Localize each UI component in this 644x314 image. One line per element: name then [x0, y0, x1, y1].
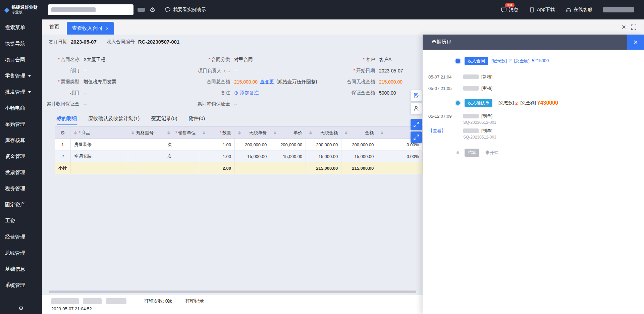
history-timeline: 收入合同 [记录数] 2 [总金额] ¥215000 05-07 21:04 […	[423, 50, 644, 314]
contract-number-value: RC-20230507-001	[138, 39, 179, 45]
sort-icon[interactable]	[309, 131, 312, 135]
income-contract-badge[interactable]: 收入合同	[465, 57, 488, 65]
sidebar-settings-gear-icon[interactable]: ⚙	[0, 305, 42, 312]
history-node-income-confirm: 收入确认单 [总笔数] 2 [总金额] ¥430000	[465, 99, 558, 107]
document-number: SQ-20230512-001	[463, 120, 496, 125]
sidebar-item-base-info[interactable]: 基础信息	[0, 261, 42, 277]
sidebar-item-label: 固定资产	[5, 202, 25, 208]
global-search-input[interactable]	[48, 4, 133, 15]
messages-button[interactable]: 99+ 消息	[501, 7, 518, 13]
expand-button[interactable]	[411, 132, 422, 143]
sidebar-item-project-contract[interactable]: 项目合同	[0, 52, 42, 68]
view-changes-link[interactable]: 查变更	[260, 79, 274, 85]
logo-title: 畅捷通好业财	[11, 5, 38, 10]
demo-link[interactable]: 我要看实例演示	[165, 7, 206, 13]
app-logo[interactable]: ◆ 畅捷通好业财 专业版	[0, 0, 42, 19]
sidebar-item-ecommerce[interactable]: 小畅电商	[0, 100, 42, 116]
unit-cell: 次	[164, 139, 199, 150]
fullscreen-icon[interactable]	[631, 24, 637, 30]
tab-receivable-plan[interactable]: 应收确认及收款计划(1)	[88, 115, 140, 125]
confirm-count-value[interactable]: 2	[515, 101, 518, 106]
sidebar-item-retail[interactable]: 零售管理	[0, 68, 42, 84]
redacted-button[interactable]	[106, 298, 126, 304]
view-link[interactable]: 【查看】	[428, 128, 457, 134]
document-history-panel: 单据历程 × 收入合同 [记录数] 2 [总金额] ¥215000 05-07 …	[423, 35, 644, 314]
sidebar-item-payroll[interactable]: 工资	[0, 213, 42, 229]
price-notax-cell: 15,000.00	[235, 151, 270, 162]
sort-icon[interactable]	[238, 131, 241, 135]
sidebar-item-fixed-assets[interactable]: 固定资产	[0, 197, 42, 213]
unit-cell: 次	[164, 151, 199, 162]
document-number: SQ-20230512-003	[463, 135, 496, 140]
sort-icon[interactable]	[74, 131, 77, 135]
person-icon	[413, 105, 419, 111]
confirm-amount-value[interactable]: ¥430000	[537, 100, 558, 106]
headset-icon	[566, 7, 572, 13]
tab-attachments[interactable]: 附件(0)	[189, 115, 205, 125]
tab-home[interactable]: 首页	[42, 19, 67, 35]
add-note-link[interactable]: ⊕添加备注	[234, 90, 259, 96]
sort-icon[interactable]	[203, 131, 205, 135]
redacted-user-name	[463, 86, 479, 91]
sidebar-item-quick-nav[interactable]: 快捷导航	[0, 36, 42, 52]
message-icon	[501, 7, 507, 13]
sidebar-item-purchase[interactable]: 采购管理	[0, 116, 42, 132]
table-row[interactable]: 1 房屋装修 次 1.00 200,000.00 200,000.00 200,…	[55, 139, 423, 151]
redacted-user-name[interactable]	[603, 7, 634, 12]
app-download-button[interactable]: App下载	[529, 7, 555, 13]
sidebar-item-general-ledger[interactable]: 总账管理	[0, 245, 42, 261]
document-history-button[interactable]	[411, 90, 422, 101]
contract-number-label: 收入合同编号	[107, 39, 135, 45]
online-support-button[interactable]: 在线客服	[566, 7, 592, 13]
sort-icon[interactable]	[381, 131, 383, 135]
product-cell: 房屋装修	[71, 139, 128, 150]
expand-button[interactable]	[411, 119, 422, 130]
redacted-search-text	[51, 7, 96, 12]
history-panel-header: 单据历程 ×	[423, 35, 644, 50]
deposit-recovered-label: 累计收回保证金	[42, 101, 79, 107]
required-mark: *	[354, 68, 355, 73]
history-event: 05-12 07:09 [制单]	[428, 113, 492, 119]
sort-icon[interactable]	[345, 131, 347, 135]
settings-gear-icon[interactable]: ⚙	[150, 7, 155, 13]
sort-icon[interactable]	[131, 131, 134, 135]
event-action: [审核]	[481, 85, 492, 91]
sidebar-item-operations[interactable]: 经营管理	[0, 229, 42, 245]
history-close-button[interactable]: ×	[627, 35, 644, 50]
sidebar-item-funds[interactable]: 资金管理	[0, 148, 42, 164]
tab-view-income-contract[interactable]: 查看收入合同 ×	[67, 22, 114, 35]
column-settings-gear-icon[interactable]: ⚙	[60, 130, 65, 135]
project-label: 项目	[42, 90, 79, 96]
horizontal-scrollbar[interactable]	[49, 291, 416, 293]
qty-cell: 1.00	[199, 151, 235, 162]
spec-cell	[128, 151, 164, 162]
table-row[interactable]: 2 空调安装 次 1.00 15,000.00 15,000.00 15,000…	[55, 151, 423, 162]
tab-change-records[interactable]: 变更记录(0)	[151, 115, 177, 125]
history-node-income-contract: 收入合同 [记录数] 2 [总金额] ¥215000	[465, 57, 549, 65]
income-confirm-badge[interactable]: 收入确认单	[465, 99, 492, 107]
sort-icon[interactable]	[274, 131, 276, 135]
phone-icon	[529, 7, 535, 13]
tab-item-detail[interactable]: 标的明细	[57, 115, 77, 125]
tab-close-icon[interactable]: ×	[106, 25, 109, 31]
logo-subtitle: 专业版	[11, 10, 38, 15]
page-close-icon[interactable]: ×	[622, 23, 626, 31]
sidebar-item-wholesale[interactable]: 批发管理	[0, 84, 42, 100]
remark-value: ⊕添加备注	[230, 90, 331, 96]
redacted-button[interactable]	[51, 298, 79, 304]
header-amount: 金额	[341, 127, 377, 139]
contact-button[interactable]	[411, 103, 422, 114]
print-log-link[interactable]: 打印记录	[185, 298, 204, 304]
timeline-dot-income-confirm	[456, 101, 460, 105]
sidebar-item-search-menu[interactable]: 搜索菜单	[0, 19, 42, 36]
doc-header: 签订日期 2023-05-07 收入合同编号 RC-20230507-001	[42, 35, 423, 49]
sidebar-item-invoice[interactable]: 发票管理	[0, 164, 42, 180]
sidebar-item-inventory[interactable]: 库存核算	[0, 132, 42, 148]
header-price-notax: 无税单价	[235, 127, 270, 139]
sidebar-item-system[interactable]: 系统管理	[0, 277, 42, 293]
sort-icon[interactable]	[167, 131, 170, 135]
redacted-button[interactable]	[83, 298, 102, 304]
confirm-count-label: [总笔数]	[498, 100, 514, 106]
sidebar-item-tax[interactable]: 税务管理	[0, 180, 42, 197]
rate-cell: 0.00%	[377, 151, 423, 162]
